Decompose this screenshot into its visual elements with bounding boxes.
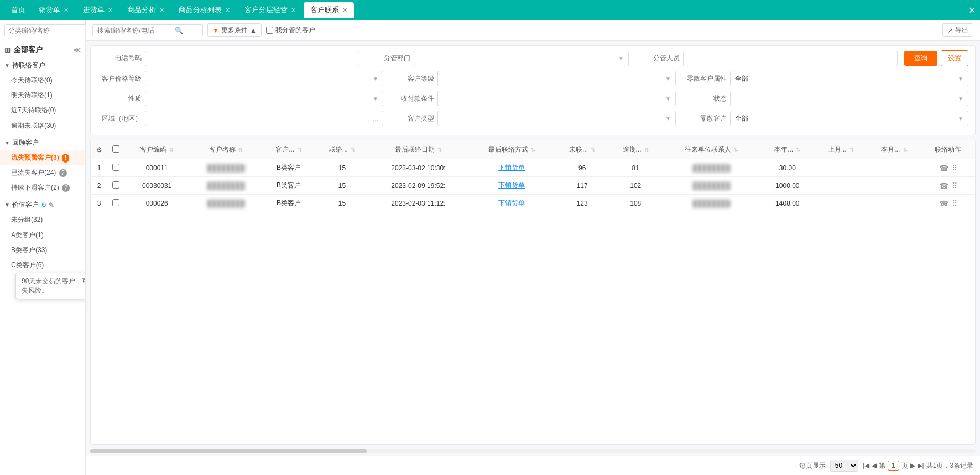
- row-select-checkbox[interactable]: [112, 199, 119, 206]
- row-checkbox[interactable]: [107, 195, 124, 212]
- row-select-checkbox[interactable]: [112, 181, 119, 189]
- sidebar-item-7days[interactable]: 近7天待联络(0): [0, 103, 85, 118]
- action-more-icon[interactable]: ⠿: [952, 199, 957, 208]
- sidebar-item-class-c[interactable]: C类客户(6): [0, 258, 85, 273]
- filter-toggle-button[interactable]: ▼ 更多条件 ▲: [207, 23, 262, 37]
- action-more-icon[interactable]: ⠿: [952, 164, 957, 173]
- nav-tab-purchase[interactable]: 进货单 ✕: [76, 2, 119, 18]
- col-this-month[interactable]: 本月... ⇅: [868, 140, 921, 159]
- col-settings[interactable]: ⚙: [91, 140, 107, 159]
- col-checkbox[interactable]: [107, 140, 124, 159]
- sidebar-group-value-header[interactable]: ▼ 价值客户 ↻ ✎: [0, 197, 85, 212]
- close-customer-contact-tab[interactable]: ✕: [342, 7, 347, 14]
- next-page-icon[interactable]: ▶: [910, 462, 915, 469]
- row-last-contact-method[interactable]: 下销货单: [468, 159, 555, 177]
- select-all-checkbox[interactable]: [112, 145, 119, 153]
- collapse-icon[interactable]: ≪: [73, 46, 81, 54]
- nav-tab-customer-tier[interactable]: 客户分层经营 ✕: [238, 2, 303, 18]
- sidebar-item-churned[interactable]: 已流失客户(24) ?: [0, 165, 85, 180]
- action-contact-icon[interactable]: ☎: [939, 199, 948, 208]
- nav-tab-customer-contact[interactable]: 客户联系 ✕: [304, 2, 354, 18]
- filter-scatter-select[interactable]: 全部 ▼: [730, 111, 968, 126]
- sidebar-all-customers[interactable]: ⊞ 全部客户 ≪: [0, 41, 85, 58]
- edit-icon[interactable]: ✎: [49, 201, 54, 209]
- sidebar-item-overdue[interactable]: 逾期未联络(30): [0, 118, 85, 133]
- sidebar-item-class-b[interactable]: B类客户(33): [0, 243, 85, 258]
- horizontal-scrollbar[interactable]: [90, 449, 976, 453]
- scroll-thumb[interactable]: [90, 449, 367, 453]
- sidebar-item-declining[interactable]: 持续下滑客户(2) ?: [0, 180, 85, 195]
- sidebar-item-class-a[interactable]: A类客户(1): [0, 228, 85, 243]
- mine-customers-toggle[interactable]: 我分管的客户: [266, 25, 315, 35]
- declining-question-icon: ?: [62, 184, 70, 192]
- search-input[interactable]: [97, 27, 175, 34]
- sidebar-item-churn-warning[interactable]: 流失预警客户(3) !: [0, 150, 85, 165]
- filter-scatter-attr-select[interactable]: 全部 ▼: [730, 71, 968, 86]
- window-close-icon[interactable]: ✕: [968, 5, 976, 15]
- customer-level-dropdown-icon: ▼: [665, 76, 671, 82]
- sidebar-item-tomorrow[interactable]: 明天待联络(1): [0, 88, 85, 103]
- search-button[interactable]: 🔍: [175, 27, 183, 34]
- sort-last-date-icon: ⇅: [437, 147, 442, 153]
- filter-phone-input[interactable]: [145, 51, 359, 66]
- col-overdue[interactable]: 逾期... ⇅: [609, 140, 663, 159]
- filter-region-select[interactable]: …: [145, 111, 383, 126]
- col-last-month[interactable]: 上月... ⇅: [814, 140, 868, 159]
- col-this-year[interactable]: 本年... ⇅: [761, 140, 815, 159]
- prev-page-icon[interactable]: ◀: [872, 462, 877, 469]
- row-select-checkbox[interactable]: [112, 164, 119, 171]
- last-contact-link[interactable]: 下销货单: [498, 199, 525, 207]
- filter-customer-type-select[interactable]: ▼: [437, 111, 676, 126]
- close-analysis-list-tab[interactable]: ✕: [225, 7, 230, 14]
- col-last-method[interactable]: 最后联络方式 ⇅: [468, 140, 555, 159]
- close-sales-tab[interactable]: ✕: [64, 7, 69, 14]
- nav-tab-analysis[interactable]: 商品分析 ✕: [121, 2, 171, 18]
- filter-icon: ▼: [212, 27, 219, 34]
- filter-payment-select[interactable]: ▼: [437, 91, 676, 106]
- filter-nature: 性质 ▼: [97, 91, 383, 106]
- table-footer: 每页显示 50 100 200 |◀ ◀ 第 1 页 ▶ ▶| 共1页，3条记录: [86, 456, 980, 475]
- filter-row-1: 电话号码 分管部门 ▼ 分管人员 …: [97, 50, 968, 66]
- col-no-contact[interactable]: 未联... ⇅: [555, 140, 609, 159]
- export-button[interactable]: ↗ 导出: [942, 23, 973, 37]
- filter-dept-select[interactable]: ▼: [414, 51, 628, 66]
- nav-tab-analysis-list[interactable]: 商品分析列表 ✕: [172, 2, 237, 18]
- sidebar-group-pending-header[interactable]: ▼ 待联络客户: [0, 58, 85, 73]
- sidebar-search-input[interactable]: [4, 24, 86, 36]
- col-contact-count[interactable]: 联络... ⇅: [315, 140, 369, 159]
- col-contacts[interactable]: 往来单位联系人 ⇅: [663, 140, 761, 159]
- close-purchase-tab[interactable]: ✕: [108, 7, 113, 14]
- col-name[interactable]: 客户名称 ⇅: [190, 140, 262, 159]
- refresh-icon[interactable]: ↻: [41, 201, 46, 209]
- nav-tab-sales[interactable]: 销货单 ✕: [32, 2, 75, 18]
- row-checkbox[interactable]: [107, 177, 124, 195]
- mine-checkbox[interactable]: [266, 27, 273, 34]
- row-last-contact-method[interactable]: 下销货单: [468, 177, 555, 195]
- last-page-icon[interactable]: ▶|: [918, 462, 924, 469]
- per-page-select[interactable]: 50 100 200: [830, 460, 858, 472]
- col-last-date[interactable]: 最后联络日期 ⇅: [369, 140, 468, 159]
- filter-price-level-select[interactable]: ▼: [145, 71, 383, 86]
- nav-home[interactable]: 首页: [4, 5, 32, 15]
- col-type[interactable]: 客户... ⇅: [262, 140, 316, 159]
- row-checkbox[interactable]: [107, 159, 124, 177]
- close-customer-tier-tab[interactable]: ✕: [291, 7, 296, 14]
- last-contact-link[interactable]: 下销货单: [498, 164, 525, 171]
- filter-customer-level-select[interactable]: ▼: [437, 71, 676, 86]
- setting-button[interactable]: 设置: [941, 50, 968, 66]
- row-last-contact-method[interactable]: 下销货单: [468, 195, 555, 212]
- action-contact-icon[interactable]: ☎: [939, 181, 948, 190]
- sidebar-item-ungrouped[interactable]: 未分组(32): [0, 212, 85, 227]
- action-more-icon[interactable]: ⠿: [952, 181, 957, 190]
- sidebar-group-review-header[interactable]: ▼ 回顾客户: [0, 135, 85, 150]
- col-code[interactable]: 客户编码 ⇅: [124, 140, 190, 159]
- action-contact-icon[interactable]: ☎: [939, 164, 948, 173]
- filter-nature-select[interactable]: ▼: [145, 91, 383, 106]
- query-button[interactable]: 查询: [904, 51, 937, 66]
- first-page-icon[interactable]: |◀: [863, 462, 869, 469]
- close-analysis-tab[interactable]: ✕: [159, 7, 164, 14]
- filter-status-select[interactable]: ▼: [730, 91, 968, 106]
- sidebar-item-today[interactable]: 今天待联络(0): [0, 73, 85, 88]
- last-contact-link[interactable]: 下销货单: [498, 181, 525, 189]
- filter-person-select[interactable]: …: [683, 51, 898, 66]
